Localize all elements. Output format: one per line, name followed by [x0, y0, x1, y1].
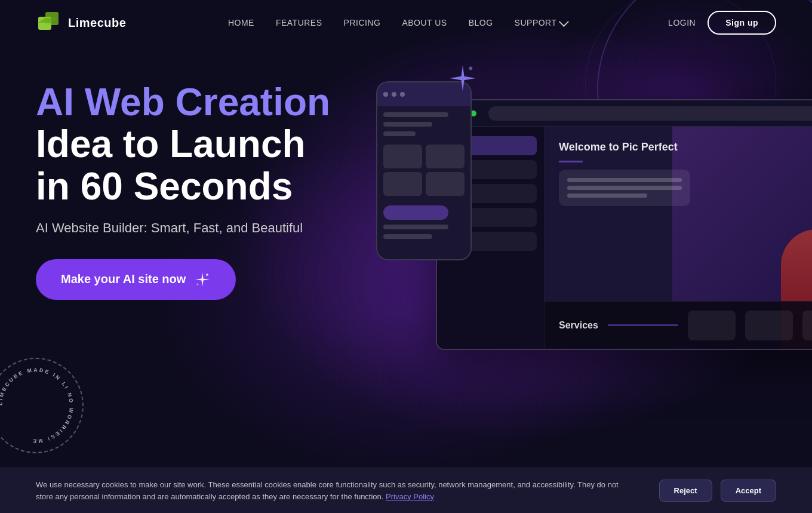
services-heading: Services: [559, 320, 598, 331]
logo-icon: [36, 10, 62, 36]
svg-point-5: [469, 66, 472, 70]
badge-svg: LIMECUBE MADE IN LI NO WORRIES! ME: [0, 358, 82, 453]
mock-cell-2: [426, 145, 465, 168]
mock-bar-5: [383, 234, 432, 239]
hero-title-line3: in 60 Seconds: [36, 165, 352, 207]
text-line-1: [567, 178, 682, 182]
mock-cell-1: [383, 145, 422, 168]
accept-button[interactable]: Accept: [721, 480, 776, 502]
hero-title-ai: AI Web Creation: [36, 81, 352, 123]
login-button[interactable]: LOGIN: [668, 18, 696, 27]
badge-area: LIMECUBE MADE IN LI NO WORRIES! ME: [0, 358, 84, 453]
mobile-dot-3: [400, 92, 405, 97]
heading-divider: [559, 161, 583, 162]
mock-bar-3: [383, 131, 416, 136]
chevron-down-icon: [558, 17, 568, 27]
reject-button[interactable]: Reject: [659, 480, 712, 502]
main-nav: HOME FEATURES PRICING ABOUT US BLOG SUPP…: [228, 18, 567, 27]
nav-home[interactable]: HOME: [228, 18, 254, 27]
mock-grid: [383, 145, 465, 196]
mobile-mockup-body: [377, 106, 470, 245]
site-welcome-heading: Welcome to Pic Perfect: [559, 141, 690, 153]
hero-preview: Welcome to Pic Perfect Services: [376, 63, 776, 350]
hero-section: AI Web Creation Idea to Launch in 60 Sec…: [0, 45, 812, 350]
nav-features[interactable]: FEATURES: [276, 18, 322, 27]
cookie-message: We use necessary cookies to make our sit…: [36, 479, 635, 502]
mock-bar-4: [383, 225, 448, 229]
mock-cell-4: [426, 172, 465, 196]
mobile-mockup: [376, 81, 472, 260]
svg-point-4: [197, 283, 199, 285]
mock-bar-1: [383, 112, 448, 117]
nav-about[interactable]: ABOUT US: [402, 18, 447, 27]
mobile-dot-1: [383, 92, 388, 97]
sparkle-icon: [194, 271, 211, 288]
badge-circle: LIMECUBE MADE IN LI NO WORRIES! ME: [0, 358, 84, 453]
text-line-3: [567, 193, 647, 198]
brand-name: Limecube: [68, 16, 126, 30]
cookie-actions: Reject Accept: [659, 480, 776, 502]
service-card-2: [745, 311, 793, 340]
svg-point-3: [206, 274, 208, 276]
text-line-2: [567, 186, 682, 190]
svg-text:LIMECUBE  MADE IN LI  NO WORRI: LIMECUBE MADE IN LI NO WORRIES! ME: [0, 367, 75, 444]
nav-support[interactable]: SUPPORT: [515, 18, 567, 27]
service-card-1: [688, 311, 736, 340]
mobile-dot-2: [392, 92, 396, 97]
mock-button: [383, 205, 448, 220]
hero-content: AI Web Creation Idea to Launch in 60 Sec…: [36, 69, 352, 300]
nav-blog[interactable]: BLOG: [469, 18, 493, 27]
mock-cell-3: [383, 172, 422, 196]
mock-bar-2: [383, 122, 432, 127]
desktop-topbar: [437, 100, 812, 127]
nav-pricing[interactable]: PRICING: [344, 18, 381, 27]
privacy-policy-link[interactable]: Privacy Policy: [386, 492, 434, 501]
site-services-section: Services: [545, 301, 812, 349]
mobile-mockup-header: [377, 82, 470, 106]
header-actions: LOGIN Sign up: [668, 11, 776, 35]
signup-button[interactable]: Sign up: [708, 11, 776, 35]
hero-title-line2: Idea to Launch: [36, 123, 352, 165]
service-card-3: [802, 311, 812, 340]
site-text-card: [559, 170, 690, 206]
cta-button[interactable]: Make your AI site now: [36, 259, 236, 300]
logo[interactable]: Limecube: [36, 10, 126, 36]
url-bar: [488, 106, 812, 121]
header: Limecube HOME FEATURES PRICING ABOUT US …: [0, 0, 812, 45]
cookie-banner: We use necessary cookies to make our sit…: [0, 468, 812, 513]
hero-subtitle: AI Website Builder: Smart, Fast, and Bea…: [36, 219, 352, 238]
desktop-main-area: Welcome to Pic Perfect Services: [545, 127, 812, 349]
desktop-content: Welcome to Pic Perfect Services: [437, 127, 812, 349]
services-divider: [608, 324, 678, 326]
desktop-mockup: Welcome to Pic Perfect Services: [436, 99, 812, 350]
